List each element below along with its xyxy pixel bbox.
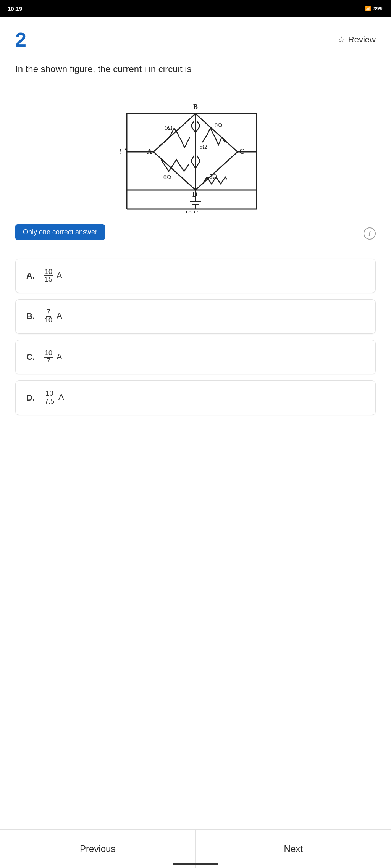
status-time: 10:19 [8, 5, 22, 12]
star-icon: ☆ [338, 35, 345, 45]
options-list: A. 10 15 A B. 7 10 A C. [15, 259, 376, 415]
review-label: Review [348, 35, 376, 45]
option-d[interactable]: D. 10 7.5 A [15, 380, 376, 415]
svg-text:10Ω: 10Ω [160, 174, 171, 180]
svg-text:D: D [192, 191, 197, 198]
svg-text:5Ω: 5Ω [165, 124, 173, 131]
status-bar: 10:19 📶 39% [0, 0, 391, 17]
svg-text:5Ω: 5Ω [209, 173, 217, 180]
option-a-content: 10 15 A [44, 268, 62, 284]
option-c-fraction: 10 7 [44, 349, 53, 365]
circuit-diagram: 5Ω 10Ω 5Ω 10Ω 5Ω A B C D [15, 83, 376, 213]
svg-text:i: i [119, 148, 121, 155]
status-icons: 📶 39% [365, 6, 383, 11]
question-number: 2 [15, 28, 26, 51]
question-text: In the shown figure, the current i in ci… [15, 63, 376, 76]
nav-footer: Previous Next [0, 829, 391, 868]
svg-text:10 V: 10 V [185, 210, 198, 213]
review-button[interactable]: ☆ Review [338, 35, 376, 45]
option-b-content: 7 10 A [44, 309, 62, 324]
svg-line-4 [196, 152, 238, 190]
answer-type-badge: Only one correct answer [15, 224, 105, 240]
battery-text: 39% [373, 6, 383, 11]
info-row: Only one correct answer i [15, 224, 376, 243]
option-b-fraction: 7 10 [44, 309, 53, 324]
question-header: 2 ☆ Review [15, 28, 376, 51]
option-d-content: 10 7.5 A [44, 390, 64, 406]
divider [15, 251, 376, 251]
svg-line-3 [153, 152, 196, 190]
option-a-letter: A. [26, 271, 38, 281]
option-d-letter: D. [26, 393, 38, 403]
option-a[interactable]: A. 10 15 A [15, 259, 376, 293]
option-b[interactable]: B. 7 10 A [15, 299, 376, 334]
option-d-fraction: 10 7.5 [44, 390, 55, 406]
next-button[interactable]: Next [196, 830, 391, 868]
circuit-svg: 5Ω 10Ω 5Ω 10Ω 5Ω A B C D [115, 83, 276, 213]
signal-icon: 📶 [365, 6, 371, 11]
svg-text:5Ω: 5Ω [199, 143, 207, 150]
info-icon[interactable]: i [364, 227, 376, 240]
bottom-indicator [173, 863, 218, 865]
option-b-letter: B. [26, 311, 38, 321]
previous-button[interactable]: Previous [0, 830, 196, 868]
option-c-letter: C. [26, 352, 38, 362]
option-a-fraction: 10 15 [44, 268, 53, 284]
option-c[interactable]: C. 10 7 A [15, 340, 376, 375]
svg-text:10Ω: 10Ω [212, 122, 222, 129]
svg-text:B: B [193, 103, 198, 111]
option-c-content: 10 7 A [44, 349, 62, 365]
main-content: 2 ☆ Review In the shown figure, the curr… [0, 17, 391, 507]
